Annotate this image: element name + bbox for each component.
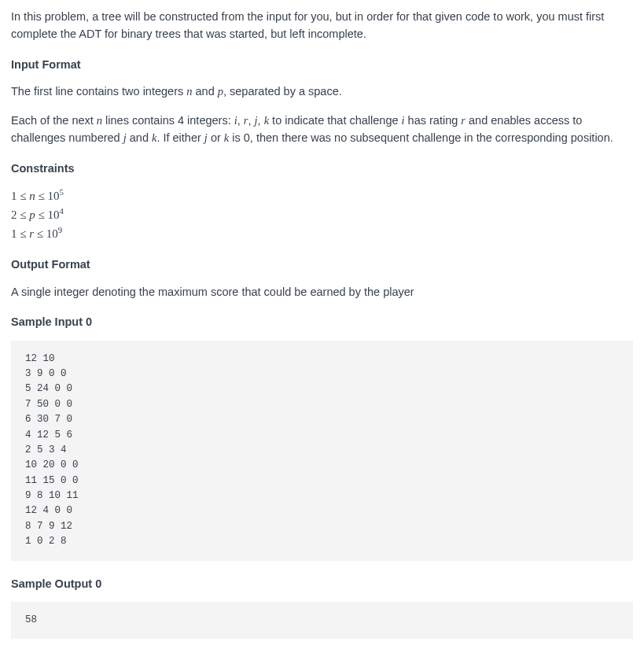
constraints-block: 1 ≤ n ≤ 105 2 ≤ p ≤ 104 1 ≤ r ≤ 109 [11, 186, 633, 243]
exponent: 4 [59, 206, 63, 216]
text: lines contains 4 integers: [102, 114, 234, 127]
exponent: 5 [59, 187, 63, 197]
var-n: n [97, 114, 102, 127]
input-format-line1: The first line contains two integers n a… [11, 83, 633, 100]
constraint-3: 1 ≤ r ≤ 109 [11, 224, 633, 243]
text: . If either [156, 131, 204, 144]
var-n: n [186, 85, 192, 98]
text: ≤ 10 [34, 227, 58, 240]
heading-output-format: Output Format [11, 256, 633, 273]
text: Each of the next [11, 114, 97, 127]
heading-constraints: Constraints [11, 160, 633, 177]
heading-input-format: Input Format [11, 56, 633, 73]
exponent: 9 [58, 225, 62, 234]
text: 1 ≤ [11, 227, 29, 240]
output-format-text: A single integer denoting the maximum sc… [11, 283, 633, 301]
text: is 0, then there was no subsequent chall… [229, 131, 613, 144]
heading-sample-input-0: Sample Input 0 [11, 313, 633, 330]
text: The first line contains two integers [11, 85, 186, 98]
text: , [248, 114, 254, 127]
constraint-2: 2 ≤ p ≤ 104 [11, 205, 633, 224]
constraint-1: 1 ≤ n ≤ 105 [11, 186, 633, 205]
text: 1 ≤ [11, 190, 29, 202]
text: ≤ 10 [35, 190, 60, 202]
text: , [258, 114, 264, 127]
sample-input-0-code: 12 10 3 9 0 0 5 24 0 0 7 50 0 0 6 30 7 0… [11, 341, 633, 561]
input-format-line2: Each of the next n lines contains 4 inte… [11, 112, 633, 147]
var-n: n [29, 190, 35, 202]
sample-output-0-code: 58 [11, 602, 633, 639]
var-p: p [218, 85, 223, 98]
text: has rating [405, 114, 462, 127]
text: or [208, 131, 224, 144]
intro-paragraph: In this problem, a tree will be construc… [11, 8, 633, 43]
text: , [237, 114, 244, 127]
text: and [193, 85, 218, 98]
var-p: p [29, 208, 35, 221]
text: , separated by a space. [223, 85, 342, 98]
text: to indicate that challenge [269, 114, 401, 127]
text: ≤ 10 [35, 208, 60, 221]
heading-sample-output-0: Sample Output 0 [11, 575, 633, 592]
text: and [127, 131, 152, 144]
text: 2 ≤ [11, 208, 29, 221]
